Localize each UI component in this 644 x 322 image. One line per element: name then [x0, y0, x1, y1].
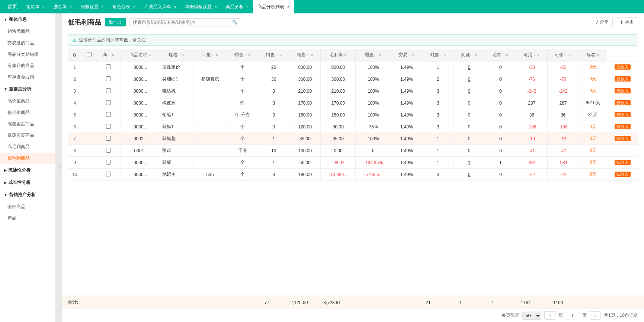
table-container[interactable]: ⚙ 商...⇅ 商品名称⇅ 规格...⇅ 计量...⇅ 销售...⇅ 销售...… [62, 49, 644, 296]
row-sales-amount: 800.00 [289, 61, 321, 73]
sidebar-group-growth[interactable]: ▶ 成长性分析 [0, 176, 55, 189]
col-checkbox[interactable] [82, 49, 96, 61]
select-all-checkbox[interactable] [87, 52, 92, 57]
sidebar-item-all-goods[interactable]: 全部商品 [0, 201, 55, 213]
nav-close-list[interactable]: × [287, 5, 289, 9]
nav-product-inbound[interactable]: 产成品入库单 × [140, 0, 180, 13]
sidebar-item-stock-capital[interactable]: 库存资金占用 [0, 71, 55, 83]
sidebar-group-marketing[interactable]: ▼ 营销推广分析 [0, 189, 55, 201]
col-name[interactable]: 商品名称⇅ [121, 49, 160, 61]
sidebar-group-difference[interactable]: ▼ 差群度分析 [0, 83, 55, 95]
col-unit[interactable]: 计量...⇅ [193, 49, 227, 61]
col-view1[interactable]: 浏览...⇅ [422, 49, 454, 61]
row-checkbox[interactable] [96, 97, 121, 109]
row-checkbox[interactable] [96, 157, 121, 169]
row-stock-sellable: 0天 [579, 61, 607, 73]
row-stock-current: -981 [516, 157, 547, 169]
row-view1[interactable]: 0 [454, 121, 485, 133]
footer-sales-qty: 77 [251, 300, 283, 305]
sidebar-group-overall[interactable]: ▼ 整体信息 [0, 13, 55, 26]
col-settings[interactable]: ⚙ [68, 49, 82, 61]
nav-close-permissions[interactable]: × [102, 5, 104, 9]
sidebar-item-in-stock[interactable]: 有库存的商品 [0, 60, 55, 71]
sidebar-item-traded-goods[interactable]: 交易过的商品 [0, 37, 55, 49]
row-checkbox[interactable] [96, 133, 121, 145]
row-checkbox[interactable] [96, 109, 121, 121]
row-view1[interactable]: 1 [454, 157, 485, 169]
sidebar-item-high-margin[interactable]: 高毛利商品 [0, 141, 55, 153]
sidebar-item-high-coverage[interactable]: 高覆盖度商品 [0, 118, 55, 130]
sidebar-item-low-value[interactable]: 低价值商品 [0, 107, 55, 118]
row-view1[interactable]: 0 [454, 133, 485, 145]
row-view1[interactable]: 0 [454, 61, 485, 73]
row-spec [193, 145, 227, 157]
row-view1[interactable]: 0 [454, 169, 485, 181]
col-sales-profit[interactable]: 销售...⇅ [289, 49, 321, 61]
col-trade-count[interactable]: 交易...⇅ [391, 49, 422, 61]
col-code[interactable]: 商...⇅ [96, 49, 121, 61]
sidebar-item-low-coverage[interactable]: 低覆盖度商品 [0, 130, 55, 141]
nav-close-inbound[interactable]: × [174, 5, 176, 9]
col-stock-current[interactable]: 现有...⇅ [485, 49, 516, 61]
sidebar-item-low-margin[interactable]: 低毛利商品 [0, 153, 55, 164]
nav-close-analysis[interactable]: × [246, 5, 249, 9]
nav-close-purchase[interactable]: × [70, 5, 72, 9]
col-coverage[interactable]: 覆盖...⇅ [356, 49, 391, 61]
row-view1[interactable]: 0 [454, 85, 485, 97]
table-row: 10 0000... 笔记本 535 个 3 180.00 -10,380...… [68, 169, 638, 181]
row-view1[interactable]: 0 [454, 73, 485, 85]
page-number-input[interactable] [566, 312, 579, 319]
row-checkbox[interactable] [96, 145, 121, 157]
row-unit: 个,千克 [227, 109, 258, 121]
export-button[interactable]: ⬇ 导出 [616, 17, 638, 27]
sidebar-group-liquidity[interactable]: ▶ 流通性分析 [0, 164, 55, 176]
row-checkbox[interactable] [96, 85, 121, 97]
nav-sales-order[interactable]: 销货单 × [22, 0, 49, 13]
col-tag[interactable]: 标签⇅ [579, 49, 607, 61]
col-stock-sellable[interactable]: 可销...⇅ [547, 49, 579, 61]
nav-product-analysis-list[interactable]: 商品分析列表 × [253, 0, 294, 13]
search-input[interactable] [133, 20, 232, 25]
nav-product-analysis[interactable]: 商品分析 × [221, 0, 253, 13]
row-checkbox[interactable] [96, 73, 121, 85]
row-view1[interactable]: 0 [454, 145, 485, 157]
row-code: 0000... [121, 61, 160, 73]
sidebar-item-sales-goods[interactable]: 销售类商品 [0, 26, 55, 37]
table-row: 5 0000... 铅笔1 个,千克 3 150.00 150.00 100% … [68, 109, 638, 121]
row-view1[interactable]: 0 [454, 97, 485, 109]
nav-template-settings[interactable]: 单据模板设置 × [180, 0, 221, 13]
col-sales-amount[interactable]: 销售...⇅ [258, 49, 289, 61]
nav-close-role[interactable]: × [133, 5, 135, 9]
row-checkbox[interactable] [96, 169, 121, 181]
row-sales-profit: 35.00 [321, 133, 356, 145]
row-checkbox[interactable] [96, 121, 121, 133]
col-gross-margin[interactable]: 毛利率⇅ [321, 49, 356, 61]
search-icon[interactable]: 🔍 [232, 20, 238, 25]
sidebar-item-category-rate[interactable]: 商品分类助销率 [0, 49, 55, 60]
nav-close-sales[interactable]: × [42, 5, 45, 9]
nav-purchase-order[interactable]: 进货单 × [49, 0, 76, 13]
nav-home[interactable]: 首页 [3, 0, 22, 13]
sidebar-collapse-button[interactable]: 《 [56, 13, 62, 322]
col-view2[interactable]: 浏览...⇅ [454, 49, 485, 61]
nav-permissions[interactable]: 权限设置 × [76, 0, 108, 13]
row-view1[interactable]: 0 [454, 109, 485, 121]
row-stock-sellable: 0天 [579, 85, 607, 97]
prev-page-button[interactable]: ＜ [544, 311, 555, 320]
col-sales-qty[interactable]: 销售...⇅ [227, 49, 258, 61]
sidebar-item-high-value[interactable]: 高价值商品 [0, 95, 55, 107]
next-page-button[interactable]: ＞ [590, 311, 601, 320]
nav-role-auth[interactable]: 角色授权 × [108, 0, 140, 13]
sidebar-item-new-goods[interactable]: 新品 [0, 213, 55, 224]
row-coverage: 1.49% [391, 157, 422, 169]
page-header: 低毛利商品 近一月 🔍 ⤴ 分享 ⬇ 导出 [62, 13, 644, 31]
col-stock-available[interactable]: 可用...⇅ [516, 49, 547, 61]
btn-period[interactable]: 近一月 [105, 18, 126, 26]
row-view2: 1 [485, 157, 516, 169]
nav-close-template[interactable]: × [215, 5, 217, 9]
share-button[interactable]: ⤴ 分享 [592, 17, 613, 27]
row-checkbox[interactable] [96, 61, 121, 73]
row-code: 0000... [121, 73, 160, 85]
col-spec[interactable]: 规格...⇅ [160, 49, 193, 61]
page-size-select[interactable]: 50 100 200 [522, 312, 541, 320]
